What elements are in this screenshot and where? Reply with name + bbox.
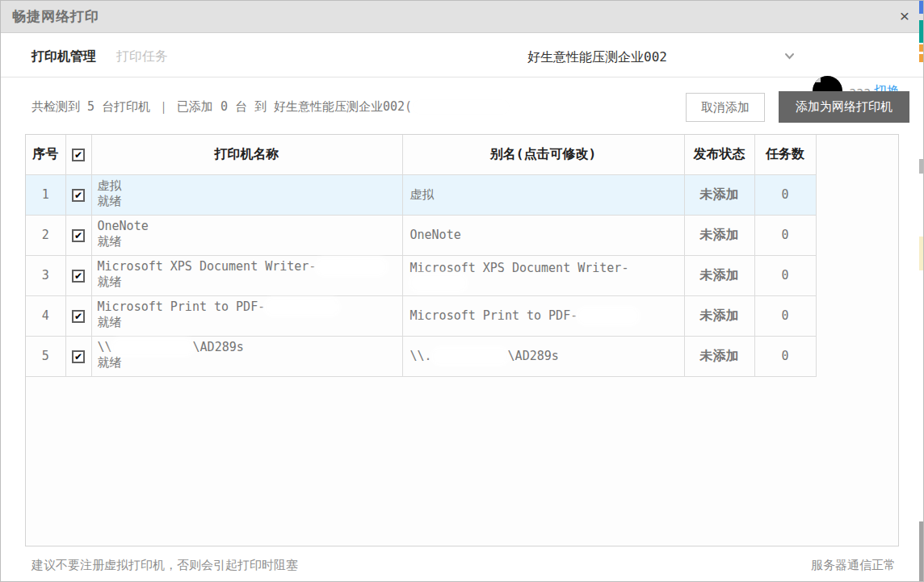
header-alias: 别名(点击可修改) xyxy=(402,135,684,174)
tab-print-tasks[interactable]: 打印任务 xyxy=(116,48,168,65)
printer-alias-cell[interactable]: 虚拟 xyxy=(402,174,684,215)
printer-row: 1✔虚拟就绪虚拟未添加0 xyxy=(26,174,816,215)
header-task-count: 任务数 xyxy=(754,135,816,174)
printer-state: 就绪 xyxy=(98,315,399,330)
printer-table-container: 序号 ✔ 打印机名称 别名(点击可修改) 发布状态 任务数 1✔虚拟就绪虚拟未添… xyxy=(25,134,899,546)
printer-row: 3✔Microsoft XPS Document Writer-就绪Micros… xyxy=(26,255,816,295)
avatar-notch xyxy=(816,77,821,82)
row-checkbox[interactable]: ✔ xyxy=(72,310,85,323)
close-button[interactable]: × xyxy=(892,4,917,28)
row-checkbox-cell: ✔ xyxy=(65,295,91,336)
printer-state: 就绪 xyxy=(98,234,399,249)
nav-bar: 打印机管理 打印任务 好生意性能压测企业002 aaa 切换 xyxy=(1,34,923,77)
row-checkbox[interactable]: ✔ xyxy=(72,350,85,363)
printer-row: 2✔OneNote就绪OneNote未添加0 xyxy=(26,215,816,255)
printer-name: \\\AD289s xyxy=(98,340,399,355)
printer-alias-cell[interactable]: OneNote xyxy=(402,215,684,255)
redacted-text xyxy=(267,300,338,314)
task-count: 0 xyxy=(754,336,816,376)
row-index: 4 xyxy=(26,295,65,336)
publish-status: 未添加 xyxy=(684,215,754,255)
task-count: 0 xyxy=(754,215,816,255)
row-checkbox[interactable]: ✔ xyxy=(72,229,85,242)
publish-status: 未添加 xyxy=(684,255,754,295)
printer-name: 虚拟 xyxy=(98,178,399,194)
detection-status-text: 共检测到 5 台打印机 ｜ 已添加 0 台 到 好生意性能压测企业002( xyxy=(32,99,412,115)
redacted-text xyxy=(114,341,191,354)
app-window: 畅捷网络打印 × 打印机管理 打印任务 好生意性能压测企业002 aaa 切换 … xyxy=(0,0,924,582)
redacted-text xyxy=(412,276,465,290)
add-network-printer-button[interactable]: 添加为网络打印机 xyxy=(779,91,909,123)
printer-state: 就绪 xyxy=(98,194,399,209)
header-index: 序号 xyxy=(26,135,65,174)
tab-printer-management[interactable]: 打印机管理 xyxy=(32,48,96,65)
printer-name: Microsoft Print to PDF- xyxy=(98,299,399,315)
cancel-add-button[interactable]: 取消添加 xyxy=(686,93,765,122)
close-icon: × xyxy=(900,6,909,26)
printer-alias-cell[interactable]: Microsoft Print to PDF- xyxy=(402,295,684,336)
header-select-all: ✔ xyxy=(65,135,91,174)
select-all-checkbox[interactable]: ✔ xyxy=(72,149,85,161)
task-count: 0 xyxy=(754,255,816,295)
chevron-down-icon[interactable] xyxy=(784,50,795,65)
row-index: 1 xyxy=(26,174,65,215)
detection-status: 共检测到 5 台打印机 ｜ 已添加 0 台 到 好生意性能压测企业002( xyxy=(32,99,510,115)
printer-name: OneNote xyxy=(98,219,399,234)
task-count: 0 xyxy=(754,295,816,336)
window-title: 畅捷网络打印 xyxy=(12,7,99,26)
server-status: 服务器通信正常 xyxy=(811,558,896,573)
printer-row: 4✔Microsoft Print to PDF-就绪Microsoft Pri… xyxy=(26,295,816,336)
company-selector[interactable]: 好生意性能压测企业002 xyxy=(527,49,667,66)
titlebar: 畅捷网络打印 xyxy=(1,1,923,33)
row-checkbox-cell: ✔ xyxy=(65,215,91,255)
row-checkbox-cell: ✔ xyxy=(65,336,91,376)
printer-name: Microsoft XPS Document Writer- xyxy=(98,259,399,274)
footer-tip: 建议不要注册虚拟打印机，否则会引起打印时阻塞 xyxy=(32,558,298,573)
row-checkbox[interactable]: ✔ xyxy=(72,270,85,283)
row-index: 5 xyxy=(26,336,65,376)
header-printer-name: 打印机名称 xyxy=(91,135,402,174)
header-publish-status: 发布状态 xyxy=(684,135,754,174)
row-checkbox-cell: ✔ xyxy=(65,174,91,215)
printer-table-body: 1✔虚拟就绪虚拟未添加02✔OneNote就绪OneNote未添加03✔Micr… xyxy=(26,174,816,376)
redacted-text xyxy=(414,100,509,114)
printer-state: 就绪 xyxy=(98,355,399,371)
printer-table: 序号 ✔ 打印机名称 别名(点击可修改) 发布状态 任务数 1✔虚拟就绪虚拟未添… xyxy=(26,135,817,377)
redacted-text xyxy=(317,260,385,274)
printer-row: 5✔\\\AD289s就绪\\.\AD289s未添加0 xyxy=(26,336,816,376)
publish-status: 未添加 xyxy=(684,174,754,215)
redacted-text xyxy=(434,350,506,363)
printer-name-cell: Microsoft XPS Document Writer-就绪 xyxy=(91,255,402,295)
table-header-row: 序号 ✔ 打印机名称 别名(点击可修改) 发布状态 任务数 xyxy=(26,135,816,174)
redacted-text xyxy=(579,309,637,323)
printer-state: 就绪 xyxy=(98,274,399,290)
printer-alias-cell[interactable]: Microsoft XPS Document Writer- xyxy=(402,255,684,295)
row-checkbox[interactable]: ✔ xyxy=(72,189,85,202)
row-index: 3 xyxy=(26,255,65,295)
row-checkbox-cell: ✔ xyxy=(65,255,91,295)
publish-status: 未添加 xyxy=(684,336,754,376)
printer-name-cell: 虚拟就绪 xyxy=(91,174,402,215)
printer-alias-cell[interactable]: \\.\AD289s xyxy=(402,336,684,376)
printer-name-cell: Microsoft Print to PDF-就绪 xyxy=(91,295,402,336)
printer-name-cell: OneNote就绪 xyxy=(91,215,402,255)
publish-status: 未添加 xyxy=(684,295,754,336)
row-index: 2 xyxy=(26,215,65,255)
printer-name-cell: \\\AD289s就绪 xyxy=(91,336,402,376)
task-count: 0 xyxy=(754,174,816,215)
background-window-edge xyxy=(919,1,923,582)
